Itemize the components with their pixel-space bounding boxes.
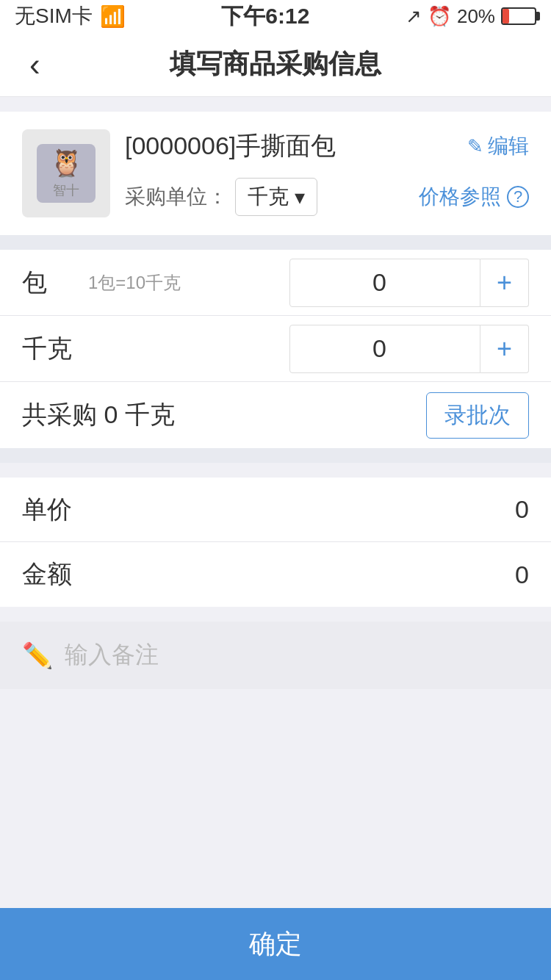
carrier-label: 无SIM卡 xyxy=(15,2,93,30)
amount-label: 金额 xyxy=(22,558,72,591)
unit-row: 采购单位： 千克 ▾ 价格参照 ? xyxy=(125,178,529,216)
alarm-icon: ⏰ xyxy=(428,5,451,28)
pencil-icon: ✏️ xyxy=(22,641,53,670)
confirm-button[interactable]: 确定 xyxy=(0,908,551,980)
edit-button[interactable]: ✎ 编辑 xyxy=(467,132,529,160)
battery-icon xyxy=(501,7,536,25)
product-name-row: [0000006]手撕面包 ✎ 编辑 xyxy=(125,129,529,163)
battery-percentage: 20% xyxy=(457,5,495,28)
status-right: ↗ ⏰ 20% xyxy=(406,5,536,28)
total-amount: 0 xyxy=(104,400,118,428)
section-divider-2 xyxy=(0,448,551,463)
content-spacer xyxy=(0,689,551,909)
bag-input-row: 包 1包=10千克 + xyxy=(0,250,551,316)
product-name: [0000006]手撕面包 xyxy=(125,129,336,163)
confirm-button-label: 确定 xyxy=(249,926,302,962)
location-icon: ↗ xyxy=(406,5,422,28)
total-text: 共采购 0 千克 xyxy=(22,398,175,432)
bag-label: 包 xyxy=(22,266,81,300)
logo-text: 智十 xyxy=(53,181,79,199)
unit-price-row: 单价 0 xyxy=(0,478,551,542)
remark-placeholder: 输入备注 xyxy=(65,639,159,671)
unit-label: 采购单位： xyxy=(125,183,228,211)
total-row: 共采购 0 千克 录批次 xyxy=(0,382,551,448)
unit-dropdown[interactable]: 千克 ▾ xyxy=(235,178,317,216)
dropdown-arrow-icon: ▾ xyxy=(295,185,305,209)
back-button[interactable]: ‹ xyxy=(22,41,48,88)
status-time: 下午6:12 xyxy=(221,1,309,32)
edit-icon: ✎ xyxy=(467,135,483,158)
amount-value: 0 xyxy=(515,561,529,589)
kg-field-wrapper: + xyxy=(81,325,529,373)
status-left: 无SIM卡 📶 xyxy=(15,2,126,30)
unit-price-label: 单价 xyxy=(22,493,72,527)
help-icon: ? xyxy=(507,186,529,208)
total-unit: 千克 xyxy=(125,400,175,428)
amount-row: 金额 0 xyxy=(0,542,551,607)
price-section: 单价 0 金额 0 xyxy=(0,478,551,607)
price-ref-button[interactable]: 价格参照 ? xyxy=(419,183,529,211)
status-bar: 无SIM卡 📶 下午6:12 ↗ ⏰ 20% xyxy=(0,0,551,32)
total-label: 共采购 xyxy=(22,400,97,428)
remark-section[interactable]: ✏️ 输入备注 xyxy=(0,621,551,689)
wifi-icon: 📶 xyxy=(100,4,126,29)
product-card: 🦉 智十 [0000006]手撕面包 ✎ 编辑 采购单位： 千克 ▾ 价格参照 … xyxy=(0,112,551,235)
product-logo: 🦉 智十 xyxy=(37,144,96,203)
unit-price-value: 0 xyxy=(515,495,529,524)
product-info: [0000006]手撕面包 ✎ 编辑 采购单位： 千克 ▾ 价格参照 ? xyxy=(125,129,529,216)
input-section: 包 1包=10千克 + 千克 + xyxy=(0,250,551,382)
bag-quantity-input[interactable] xyxy=(289,259,480,307)
unit-value: 千克 xyxy=(248,183,289,211)
bag-sublabel: 1包=10千克 xyxy=(88,271,181,295)
price-ref-label: 价格参照 xyxy=(419,183,501,211)
logo-owl-icon: 🦉 xyxy=(50,148,83,179)
nav-bar: ‹ 填写商品采购信息 xyxy=(0,32,551,97)
kg-label: 千克 xyxy=(22,332,81,366)
kg-plus-button[interactable]: + xyxy=(480,325,529,373)
edit-label: 编辑 xyxy=(488,132,529,160)
kg-quantity-input[interactable] xyxy=(289,325,480,373)
product-image: 🦉 智十 xyxy=(22,129,110,217)
bag-field-wrapper: + xyxy=(181,259,529,307)
page-title: 填写商品采购信息 xyxy=(170,46,381,82)
bag-plus-button[interactable]: + xyxy=(480,259,529,307)
batch-button[interactable]: 录批次 xyxy=(426,392,529,439)
kg-input-row: 千克 + xyxy=(0,316,551,382)
section-divider-1 xyxy=(0,235,551,250)
